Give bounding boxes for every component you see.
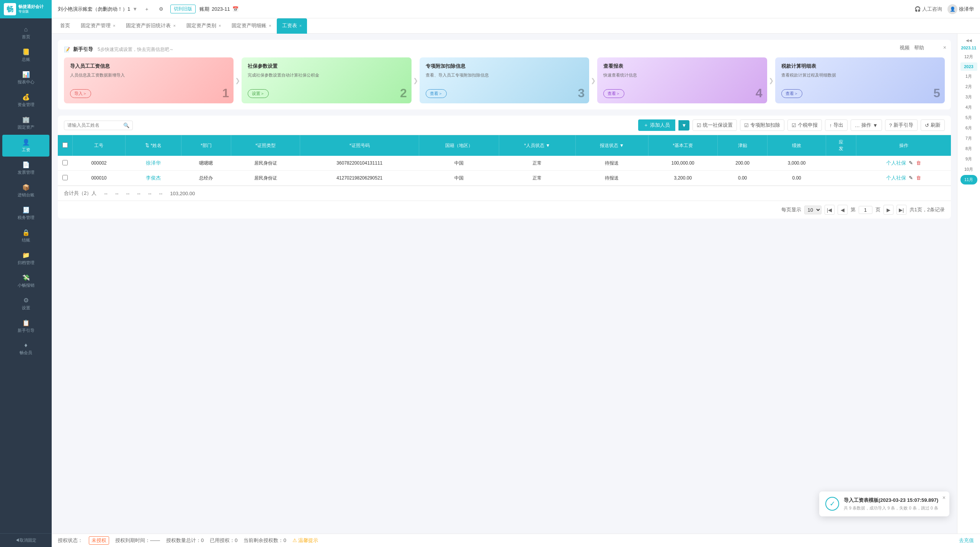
operations-btn[interactable]: … 操作 ▼	[851, 119, 882, 131]
month-item-6[interactable]: 6月	[960, 123, 977, 133]
col-base-salary: *基本工资	[648, 135, 717, 156]
sidebar-item-fixed-assets[interactable]: 🏢 固定资产	[2, 112, 49, 134]
add-person-btn[interactable]: ＋ 添加人员	[638, 119, 675, 131]
add-account-btn[interactable]: ＋	[141, 4, 152, 15]
step-3-btn[interactable]: 查看＞	[426, 89, 447, 98]
help-link[interactable]: 帮助	[914, 44, 924, 51]
month-item-10[interactable]: 10月	[960, 165, 977, 174]
month-item-7[interactable]: 7月	[960, 134, 977, 143]
sidebar-item-home[interactable]: ⌂ 首页	[2, 22, 49, 44]
sidebar-item-payroll[interactable]: 👤 工资	[2, 135, 49, 157]
tab-label: 固定资产明细账	[232, 22, 266, 29]
month-item-prev[interactable]: 12月	[960, 52, 977, 62]
name-link[interactable]: 李俊杰	[146, 175, 161, 181]
sidebar-item-member[interactable]: ♦ 畅会员	[2, 338, 49, 359]
sidebar-item-expense[interactable]: 💸 小畅报销	[2, 270, 49, 292]
row-checkbox[interactable]	[62, 160, 68, 165]
step-5-btn[interactable]: 查看＞	[781, 89, 802, 98]
notification-close-btn[interactable]: ×	[942, 495, 946, 501]
export-btn[interactable]: ↑ 导出	[825, 119, 848, 131]
tab-close-icon[interactable]: ×	[173, 23, 175, 28]
month-item-2[interactable]: 2月	[960, 82, 977, 91]
video-link[interactable]: 视频	[900, 44, 910, 51]
sidebar-item-label: 新手引导	[18, 328, 34, 333]
action-edit-icon[interactable]: ✎	[909, 175, 913, 181]
sidebar-item-label: 结账	[22, 237, 30, 243]
step-1-btn[interactable]: 导入＞	[70, 89, 91, 98]
sidebar-item-closing[interactable]: 🔒 结账	[2, 225, 49, 247]
sidebar-item-guide[interactable]: 📋 新手引导	[2, 315, 49, 337]
month-item-3[interactable]: 3月	[960, 92, 977, 102]
account-dropdown-icon[interactable]: ▼	[132, 6, 137, 12]
month-item-9[interactable]: 9月	[960, 154, 977, 164]
sidebar-item-funds[interactable]: 💰 资金管理	[2, 90, 49, 111]
cell-actions: 个人社保 ✎ 🗑	[856, 156, 951, 171]
per-page-select[interactable]: 10 20 50	[804, 206, 822, 214]
warning-label[interactable]: ⚠ 温馨提示	[292, 537, 318, 544]
tab-close-icon[interactable]: ×	[113, 23, 115, 28]
tab-close-icon[interactable]: ×	[299, 23, 302, 28]
search-icon[interactable]: 🔍	[123, 122, 129, 128]
cell-performance: 3,000.00	[768, 156, 826, 171]
row-checkbox-cell	[58, 171, 73, 186]
month-item-8[interactable]: 8月	[960, 144, 977, 153]
user-menu[interactable]: 👤 徐泽华	[947, 4, 974, 14]
calendar-icon[interactable]: 📅	[232, 6, 238, 12]
customer-service-btn[interactable]: 🎧 人工咨询	[915, 6, 942, 13]
search-input[interactable]	[67, 122, 121, 128]
action-delete-icon[interactable]: 🗑	[916, 175, 921, 181]
sidebar-item-tax[interactable]: 🧾 税务管理	[2, 202, 49, 224]
add-person-dropdown-btn[interactable]: ▼	[678, 120, 690, 131]
social-insurance-btn[interactable]: ☑ 统一社保设置	[693, 119, 737, 131]
sidebar-item-reports[interactable]: 📊 报表中心	[2, 67, 49, 89]
personal-tax-btn[interactable]: ☑ 个税申报	[787, 119, 822, 131]
cell-id-type: 居民身份证	[231, 156, 300, 171]
tab-fixed-assets-management[interactable]: 固定资产管理 ×	[75, 18, 121, 34]
tab-close-icon[interactable]: ×	[269, 23, 271, 28]
onboarding-title-text: 新手引导	[73, 46, 93, 53]
sidebar-item-inventory[interactable]: 📦 进销台账	[2, 180, 49, 202]
switch-version-btn[interactable]: 切到旧版	[170, 5, 196, 13]
sidebar-item-archive[interactable]: 📁 归档管理	[2, 248, 49, 269]
sidebar-pin-toggle[interactable]: ◀取消固定	[0, 533, 52, 547]
tab-payroll[interactable]: 工资表 ×	[277, 18, 307, 34]
year-item[interactable]: 2023	[960, 62, 977, 71]
action-social-link[interactable]: 个人社保	[886, 160, 906, 166]
tab-home[interactable]: 首页	[55, 18, 75, 34]
row-checkbox[interactable]	[62, 175, 68, 180]
tab-asset-detail[interactable]: 固定资产明细账 ×	[226, 18, 276, 34]
new-guide-btn[interactable]: ? 新手引导	[885, 119, 918, 131]
sidebar-item-ledger[interactable]: 📒 总账	[2, 44, 49, 66]
step-2-btn[interactable]: 设置＞	[248, 89, 269, 98]
last-page-btn[interactable]: ▶|	[897, 205, 906, 215]
sidebar-item-settings[interactable]: ⚙ 设置	[2, 293, 49, 315]
select-all-checkbox[interactable]	[62, 142, 68, 148]
next-page-btn[interactable]: ▶	[884, 205, 893, 215]
period-label: 账期	[199, 6, 209, 13]
tab-close-icon[interactable]: ×	[219, 23, 221, 28]
tab-asset-category[interactable]: 固定资产类别 ×	[181, 18, 226, 34]
special-deduction-btn[interactable]: ☑ 专项附加扣除	[740, 119, 784, 131]
page-number-input[interactable]	[859, 206, 872, 214]
prev-page-btn[interactable]: ◀	[838, 205, 848, 215]
refresh-btn[interactable]: ↺ 刷新	[921, 119, 945, 131]
tab-depreciation-table[interactable]: 固定资产折旧统计表 ×	[121, 18, 181, 34]
action-delete-icon[interactable]: 🗑	[916, 160, 921, 166]
charge-link[interactable]: 去充值	[959, 537, 974, 544]
month-item-5[interactable]: 5月	[960, 113, 977, 122]
step-4-btn[interactable]: 查看＞	[603, 89, 624, 98]
onboarding-close-btn[interactable]: ×	[943, 44, 946, 51]
funds-icon: 💰	[22, 93, 30, 101]
sidebar-item-invoicing[interactable]: 📄 发票管理	[2, 157, 49, 179]
month-item-11[interactable]: 11月	[960, 175, 977, 185]
action-social-link[interactable]: 个人社保	[886, 175, 906, 181]
action-edit-icon[interactable]: ✎	[909, 160, 913, 166]
settings-btn[interactable]: ⚙	[156, 4, 167, 15]
fixed-assets-icon: 🏢	[22, 116, 30, 123]
month-item-4[interactable]: 4月	[960, 103, 977, 112]
month-item-1[interactable]: 1月	[960, 72, 977, 81]
header-right: 🎧 人工咨询 👤 徐泽华	[915, 4, 974, 14]
panel-collapse-btn[interactable]: ◀◀	[957, 37, 980, 44]
first-page-btn[interactable]: |◀	[825, 205, 835, 215]
name-link[interactable]: 徐泽华	[146, 160, 161, 166]
